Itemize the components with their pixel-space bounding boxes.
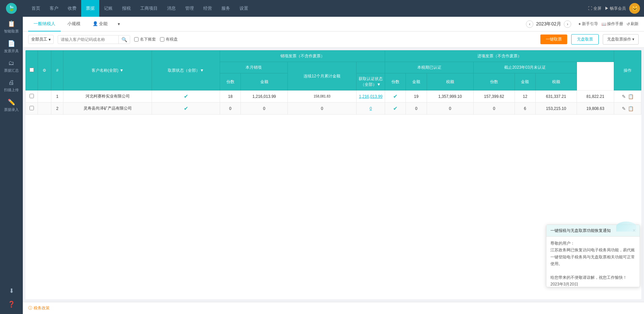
one-click-btn[interactable]: 一键取票 [540, 35, 567, 44]
edit-btn[interactable]: ✎ [622, 106, 626, 111]
tab-general[interactable]: 一般纳税人 [28, 17, 61, 32]
sidebar-item-invoice-summary[interactable]: 🗂 票据汇总 [0, 56, 23, 76]
issue-invoice-icon: 📄 [8, 40, 15, 47]
sidebar-item-data-entry[interactable]: ✏️ 票据录入 [0, 95, 23, 115]
th-customer[interactable]: 客户名称(全部) ▼ [63, 51, 152, 90]
th-this-period-certified: 本税期已认证 [385, 62, 474, 73]
topnav-customer[interactable]: 客户 [45, 0, 63, 17]
tab-actions: ✦ 新手引导 📖 操作手册 ↺ 刷新 [578, 21, 639, 27]
sidebar-item-issue-invoice[interactable]: 📄 发票开具 [0, 37, 23, 56]
sidebar-item-help[interactable]: ❓ [0, 297, 23, 311]
topnav-tax[interactable]: 报税 [117, 0, 136, 17]
topnav-collection[interactable]: 收费 [63, 0, 81, 17]
row-checkbox[interactable] [26, 103, 38, 115]
edit-btn[interactable]: ✎ [622, 94, 626, 99]
th-take-status[interactable]: 取票状态（全部）▼ [152, 51, 220, 90]
th-monthly-sales: 本月销项 [220, 62, 288, 73]
main-table: ⚙ # 客户名称(全部) ▼ 取票状态（全部）▼ 销项发票（不含作废票） [25, 50, 641, 115]
topnav-bookkeeping[interactable]: 记账 [99, 0, 117, 17]
th-checkbox [26, 51, 38, 90]
member-btn[interactable]: ▶ 畅享会员 [605, 6, 626, 11]
employee-select[interactable]: 全部员工 ▾ [28, 35, 54, 44]
taxed-checkbox-label[interactable]: 有税盘 [160, 37, 178, 42]
tab-small[interactable]: 小规模 [62, 17, 86, 32]
month-label: 2023年02月 [536, 21, 561, 27]
topnav-invoice[interactable]: 票据 [81, 0, 99, 17]
chevron-down-icon: ▾ [118, 21, 120, 26]
no-disk-ops-btn[interactable]: 无盘取票操作 ▾ [603, 34, 639, 45]
data-entry-icon: ✏️ [8, 99, 15, 106]
th-index: # [51, 51, 63, 90]
invoice-summary-icon: 🗂 [8, 60, 14, 67]
tab-all-icon: 👤 [93, 21, 98, 26]
refresh-link[interactable]: ↺ 刷新 [627, 21, 639, 27]
view-btn[interactable]: 📋 [628, 94, 634, 99]
table-body: 1 河北柯赛柃实业有限公司 ✔ 18 1,216,013.99 158,081.… [26, 90, 641, 115]
prev-month-btn[interactable]: ‹ [526, 20, 533, 28]
th-cert-tax: 税额 [427, 73, 474, 90]
scan-upload-icon: 🖨 [8, 79, 14, 86]
taxed-checkbox[interactable] [160, 37, 164, 42]
info-icon: ⓘ [28, 305, 32, 311]
topnav-message[interactable]: 消息 [162, 0, 180, 17]
mine-checkbox-label[interactable]: 名下账套 [134, 37, 156, 42]
tab-all[interactable]: 👤 全能 [87, 17, 113, 32]
table-row: 2 灵寿县尚泽矿产品有限公司 ✔ 0 0 0 0 ✔ 0 0 0 6 153,2… [26, 103, 641, 115]
select-all-checkbox[interactable] [30, 68, 34, 72]
th-count: 份数 [220, 73, 241, 90]
topnav: 首页 客户 收费 票据 记账 报税 工商项目 消息 管理 经营 服务 设置 ⛶ … [23, 0, 644, 17]
th-cert-status[interactable]: 获取认证状态（全部）▼ [357, 73, 385, 90]
star-icon: ✦ [578, 22, 581, 26]
row-cert-status: ✔ [385, 103, 406, 115]
row-customer: 灵寿县尚泽矿产品有限公司 [63, 103, 152, 115]
refresh-icon: ↺ [627, 22, 630, 26]
sidebar-logo: 🍃 [0, 0, 23, 17]
row-checkbox[interactable] [26, 90, 38, 103]
notification-body: 尊敬的用户： 江苏政务网已恢复访问电子税务局功能，易代账一键登陆电子税务局与无盘… [546, 237, 640, 287]
sidebar-bottom: ⬇ ❓ [0, 284, 23, 314]
bottom-bar: ⓘ 税务政策 [23, 302, 644, 314]
notification-title: 一键报税与无盘取票功能恢复通知 [550, 228, 611, 234]
th-cert-status-placeholder [357, 62, 385, 73]
topnav-settings[interactable]: 设置 [235, 0, 253, 17]
topnav-business[interactable]: 工商项目 [136, 0, 162, 17]
th-action: 操作 [614, 51, 641, 90]
th-cert-amount: 金额 [406, 73, 427, 90]
topnav-service[interactable]: 服务 [217, 0, 235, 17]
topnav-home[interactable]: 首页 [27, 0, 45, 17]
topnav-operation[interactable]: 经营 [199, 0, 217, 17]
svg-text:🍃: 🍃 [8, 5, 15, 12]
sidebar-item-smart-invoice[interactable]: 📋 智能取票 [0, 17, 23, 37]
user-avatar[interactable]: 🐱 [629, 3, 640, 14]
th-purchase-group: 进项发票（不含作废票） [385, 51, 614, 62]
row-cert-status: ✔ [385, 90, 406, 103]
book-icon: 📖 [601, 22, 606, 26]
table-row: 1 河北柯赛柃实业有限公司 ✔ 18 1,216,013.99 158,081.… [26, 90, 641, 103]
topnav-management[interactable]: 管理 [180, 0, 199, 17]
tab-more-dropdown[interactable]: ▾ [114, 17, 123, 32]
th-sales-group: 销项发票（不含作废票） [220, 51, 385, 62]
mine-checkbox[interactable] [134, 37, 139, 42]
tax-policy-link[interactable]: ⓘ 税务政策 [28, 305, 50, 311]
chevron-down-icon: ▾ [49, 37, 51, 42]
fullscreen-btn[interactable]: ⛶ 全屏 [588, 6, 601, 11]
no-disk-btn[interactable]: 无盘取票 [571, 34, 599, 45]
new-guide-link[interactable]: ✦ 新手引导 [578, 21, 598, 27]
settings-icon: ⚙ [43, 68, 46, 73]
tab-bar: 一般纳税人 小规模 👤 全能 ▾ ‹ 2023年02月 › ✦ 新手引导 [23, 17, 644, 32]
th-uncert-amount: 金额 [515, 73, 535, 90]
search-input[interactable] [58, 36, 118, 43]
th-cumulative: 连续12个月累计金额 [287, 62, 357, 90]
search-box: 🔍 [58, 35, 130, 44]
sidebar-item-download[interactable]: ⬇ [0, 284, 23, 297]
search-button[interactable]: 🔍 [118, 36, 130, 44]
row-customer: 河北柯赛柃实业有限公司 [63, 90, 152, 103]
view-btn[interactable]: 📋 [628, 106, 634, 111]
manual-link[interactable]: 📖 操作手册 [601, 21, 623, 27]
row-take-status: ✔ [152, 90, 220, 103]
sidebar-item-scan-upload[interactable]: 🖨 扫描上传 [0, 76, 23, 95]
download-icon: ⬇ [9, 287, 14, 295]
next-month-btn[interactable]: › [564, 20, 571, 28]
th-uncertified: 截止2023年03月未认证 [474, 62, 577, 73]
smart-invoice-icon: 📋 [8, 20, 15, 27]
